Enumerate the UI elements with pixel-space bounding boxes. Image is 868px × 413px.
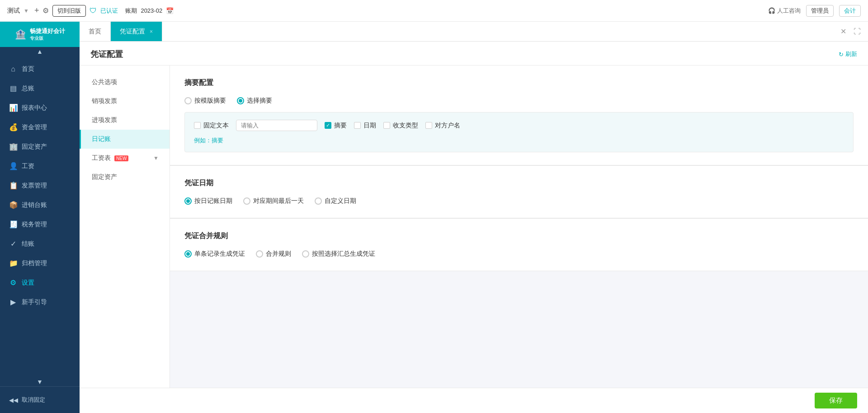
logo-title: 畅捷通好会计 — [30, 27, 65, 35]
sidebar-item-home[interactable]: ⌂ 首页 — [0, 60, 80, 79]
collapse-label: 取消固定 — [22, 396, 45, 404]
summary-radio-template-circle — [184, 97, 192, 104]
company-dropdown-icon[interactable]: ▼ — [24, 8, 29, 14]
sidebar-item-wage[interactable]: 👤 工资 — [0, 156, 80, 176]
sidebar-label-checkout: 结账 — [22, 240, 34, 248]
summary-radio-select[interactable]: 选择摘要 — [237, 97, 272, 105]
checkbox-date[interactable]: 日期 — [354, 122, 376, 130]
left-nav-item-journal[interactable]: 日记账 — [80, 130, 170, 149]
sidebar-item-invoice[interactable]: 📋 发票管理 — [0, 176, 80, 195]
top-bar: 测试 ▼ + ⚙ 切到旧版 🛡 已认证 账期 2023-02 📅 🎧 人工咨询 … — [0, 0, 868, 22]
refresh-button[interactable]: ↻ 刷新 — [839, 50, 857, 58]
sidebar-item-tax[interactable]: 🧾 税务管理 — [0, 215, 80, 234]
merge-rules-radio-select-all[interactable]: 按照选择汇总生成凭证 — [302, 250, 375, 258]
consult-button[interactable]: 🎧 人工咨询 — [768, 7, 801, 15]
page-header: 凭证配置 ↻ 刷新 — [80, 42, 868, 66]
save-button[interactable]: 保存 — [815, 393, 857, 408]
voucher-date-radio-journal-label: 按日记账日期 — [194, 197, 232, 205]
collapse-icon: ◀◀ — [9, 397, 18, 404]
archive-icon: 📁 — [9, 259, 17, 268]
merge-rules-section: 凭证合并规则 单条记录生成凭证 合并规则 — [170, 219, 868, 271]
voucher-date-radio-period-last-label: 对应期间最后一天 — [253, 197, 304, 205]
sidebar-item-guide[interactable]: ▶ 新手引导 — [0, 292, 80, 312]
sidebar-item-asset[interactable]: 🏢 固定资产 — [0, 137, 80, 156]
sidebar-item-settings[interactable]: ⚙ 设置 — [0, 273, 80, 292]
left-nav-item-payroll[interactable]: 工资表 NEW ▼ — [80, 149, 170, 168]
tab-voucher-config[interactable]: 凭证配置 × — [111, 22, 162, 41]
summary-config-title: 摘要配置 — [184, 78, 854, 88]
left-nav-label-journal: 日记账 — [92, 135, 111, 143]
wage-icon: 👤 — [9, 162, 17, 170]
sidebar-collapse-button[interactable]: ◀◀ 取消固定 — [0, 391, 80, 408]
logo-sub: 专业版 — [30, 35, 65, 42]
period-label: 账期 — [125, 7, 137, 15]
sidebar-label-settings: 设置 — [22, 279, 34, 287]
add-icon[interactable]: + — [34, 6, 39, 15]
sidebar-scroll-up[interactable]: ▲ — [0, 47, 80, 56]
checkbox-fixed-text-label: 固定文本 — [203, 122, 229, 130]
left-nav-label-fixed-asset: 固定资产 — [92, 173, 117, 181]
fund-icon: 💰 — [9, 123, 17, 131]
payroll-expand-icon[interactable]: ▼ — [153, 155, 159, 161]
summary-radio-select-circle — [237, 97, 244, 104]
merge-rules-radio-single[interactable]: 单条记录生成凭证 — [184, 250, 245, 258]
home-icon: ⌂ — [9, 65, 17, 73]
summary-radio-template-label: 按模版摘要 — [194, 97, 226, 105]
left-nav-item-sales-invoice[interactable]: 销项发票 — [80, 92, 170, 111]
left-nav-label-payroll: 工资表 — [92, 154, 111, 162]
new-badge: NEW — [114, 155, 128, 161]
merge-rules-radio-select-all-circle — [302, 250, 309, 258]
admin-button[interactable]: 管理员 — [806, 5, 834, 17]
sidebar-item-purchase[interactable]: 📦 进销台账 — [0, 195, 80, 215]
sidebar-item-report[interactable]: 📊 报表中心 — [0, 98, 80, 117]
refresh-label: 刷新 — [845, 50, 857, 58]
summary-options-row1: 固定文本 摘要 日期 — [194, 120, 844, 131]
sidebar-bottom: ◀◀ 取消固定 — [0, 386, 80, 413]
merge-rules-radio-group: 单条记录生成凭证 合并规则 按照选择汇总生成凭证 — [184, 250, 854, 258]
voucher-date-radio-group: 按日记账日期 对应期间最后一天 自定义日期 — [184, 197, 854, 205]
sidebar-item-fund[interactable]: 💰 资金管理 — [0, 117, 80, 137]
accountant-button[interactable]: 会计 — [839, 5, 861, 17]
left-nav-item-fixed-asset[interactable]: 固定资产 — [80, 168, 170, 187]
tab-close-page-icon[interactable]: ✕ — [839, 25, 848, 38]
voucher-date-radio-journal[interactable]: 按日记账日期 — [184, 197, 232, 205]
sidebar-label-guide: 新手引导 — [22, 298, 47, 306]
checkbox-fixed-text[interactable]: 固定文本 — [194, 122, 229, 130]
voucher-date-radio-custom[interactable]: 自定义日期 — [315, 197, 356, 205]
sidebar-item-checkout[interactable]: ✓ 结账 — [0, 234, 80, 253]
tab-expand-icon[interactable]: ⛶ — [852, 26, 863, 38]
left-nav-item-public[interactable]: 公共选项 — [80, 73, 170, 92]
left-nav-item-purchase-invoice[interactable]: 进项发票 — [80, 111, 170, 130]
sidebar-scroll-down[interactable]: ▼ — [0, 377, 80, 386]
tab-close-icon[interactable]: × — [150, 28, 153, 35]
headset-icon: 🎧 — [768, 7, 775, 14]
summary-example-text: 例如：摘要 — [194, 137, 223, 144]
sidebar-label-invoice: 发票管理 — [22, 182, 47, 190]
summary-radio-template[interactable]: 按模版摘要 — [184, 97, 226, 105]
calendar-icon[interactable]: 📅 — [166, 7, 174, 14]
checkbox-counterpart-box — [425, 122, 432, 129]
sidebar-label-ledger: 总账 — [22, 84, 34, 93]
asset-icon: 🏢 — [9, 142, 17, 151]
summary-radio-group: 按模版摘要 选择摘要 — [184, 97, 854, 105]
voucher-date-title: 凭证日期 — [184, 178, 854, 188]
fixed-text-input[interactable] — [236, 120, 317, 131]
checkbox-summary-label: 摘要 — [334, 122, 347, 130]
sidebar-item-ledger[interactable]: ▤ 总账 — [0, 79, 80, 98]
tab-home[interactable]: 首页 — [80, 22, 111, 41]
voucher-date-radio-period-last[interactable]: 对应期间最后一天 — [243, 197, 304, 205]
sidebar-item-archive[interactable]: 📁 归档管理 — [0, 253, 80, 273]
checkbox-counterpart[interactable]: 对方户名 — [425, 122, 460, 130]
checkbox-payment-type[interactable]: 收支类型 — [383, 122, 418, 130]
switch-old-version-button[interactable]: 切到旧版 — [52, 5, 86, 17]
merge-rules-radio-merge[interactable]: 合并规则 — [256, 250, 291, 258]
merge-rules-radio-merge-circle — [256, 250, 263, 258]
left-nav-label-sales-invoice: 销项发票 — [92, 97, 117, 105]
checkbox-summary[interactable]: 摘要 — [325, 122, 347, 130]
settings-icon[interactable]: ⚙ — [42, 6, 49, 15]
top-bar-left: 测试 ▼ + ⚙ 切到旧版 🛡 已认证 账期 2023-02 📅 — [7, 5, 174, 17]
summary-example-row: 例如：摘要 — [194, 136, 844, 145]
merge-rules-radio-merge-label: 合并规则 — [266, 250, 291, 258]
voucher-date-radio-custom-label: 自定义日期 — [325, 197, 356, 205]
shield-icon: 🛡 — [90, 7, 97, 15]
